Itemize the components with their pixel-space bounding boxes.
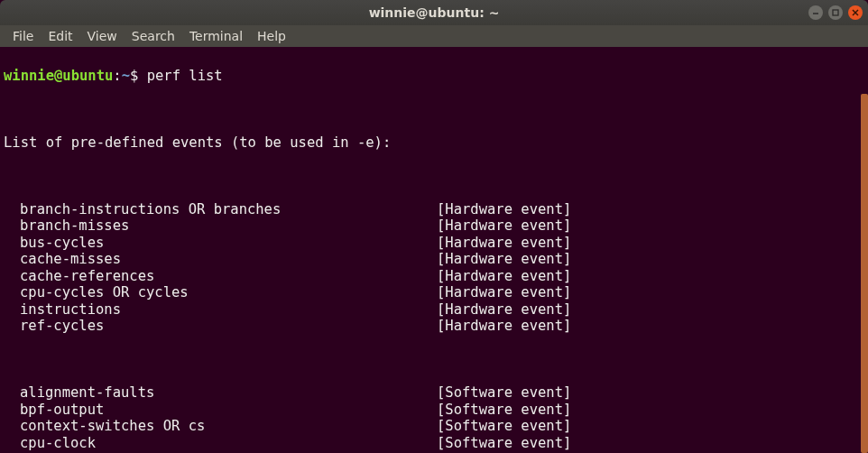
event-row: instructions[Hardware event] bbox=[4, 301, 864, 319]
event-name: cpu-clock bbox=[4, 435, 437, 452]
event-row: ref-cycles[Hardware event] bbox=[4, 318, 864, 335]
event-row: cache-misses[Hardware event] bbox=[4, 251, 864, 268]
svg-rect-1 bbox=[833, 10, 838, 15]
event-row: cpu-cycles OR cycles[Hardware event] bbox=[4, 284, 864, 301]
event-name: branch-instructions OR branches bbox=[4, 201, 437, 218]
event-name: instructions bbox=[4, 301, 437, 319]
menu-help[interactable]: Help bbox=[250, 27, 293, 45]
event-type: [Hardware event] bbox=[437, 217, 571, 234]
event-name: cache-misses bbox=[4, 251, 437, 268]
titlebar: winnie@ubuntu: ~ bbox=[0, 0, 868, 25]
event-name: cache-references bbox=[4, 268, 437, 285]
menubar: File Edit View Search Terminal Help bbox=[0, 25, 868, 47]
terminal-output[interactable]: winnie@ubuntu:~$ perf list List of pre-d… bbox=[0, 47, 868, 453]
maximize-icon[interactable] bbox=[828, 5, 843, 20]
menu-file[interactable]: File bbox=[5, 27, 41, 45]
prompt-path: ~ bbox=[122, 68, 130, 84]
event-type: [Software event] bbox=[437, 418, 571, 434]
event-row: cache-references[Hardware event] bbox=[4, 268, 864, 285]
event-type: [Software event] bbox=[437, 384, 571, 401]
event-type: [Hardware event] bbox=[437, 301, 571, 318]
event-row: cpu-clock[Software event] bbox=[4, 435, 864, 452]
menu-terminal[interactable]: Terminal bbox=[182, 27, 250, 45]
close-icon[interactable] bbox=[848, 5, 863, 20]
list-heading: List of pre-defined events (to be used i… bbox=[4, 134, 864, 152]
scrollbar[interactable] bbox=[861, 94, 868, 453]
software-events: alignment-faults[Software event]bpf-outp… bbox=[4, 384, 864, 453]
event-type: [Hardware event] bbox=[437, 284, 571, 300]
event-type: [Hardware event] bbox=[437, 235, 571, 251]
event-name: context-switches OR cs bbox=[4, 418, 437, 435]
hardware-events: branch-instructions OR branches[Hardware… bbox=[4, 201, 864, 335]
minimize-icon[interactable] bbox=[808, 5, 823, 20]
blank-line bbox=[4, 168, 864, 185]
event-type: [Hardware event] bbox=[437, 318, 571, 334]
event-name: bus-cycles bbox=[4, 235, 437, 252]
prompt-colon: : bbox=[113, 68, 121, 84]
event-name: bpf-output bbox=[4, 402, 437, 419]
event-type: [Hardware event] bbox=[437, 268, 571, 284]
event-row: alignment-faults[Software event] bbox=[4, 384, 864, 402]
command: perf list bbox=[147, 68, 223, 84]
event-row: bus-cycles[Hardware event] bbox=[4, 235, 864, 252]
event-row: context-switches OR cs[Software event] bbox=[4, 418, 864, 435]
event-type: [Software event] bbox=[437, 435, 571, 451]
blank-line bbox=[4, 351, 864, 368]
event-row: branch-misses[Hardware event] bbox=[4, 217, 864, 235]
event-row: bpf-output[Software event] bbox=[4, 402, 864, 419]
event-type: [Hardware event] bbox=[437, 201, 571, 217]
event-name: branch-misses bbox=[4, 217, 437, 235]
prompt-dollar: $ bbox=[130, 68, 147, 84]
window-title: winnie@ubuntu: ~ bbox=[369, 5, 500, 20]
event-type: [Software event] bbox=[437, 402, 571, 418]
menu-view[interactable]: View bbox=[80, 27, 125, 45]
event-row: branch-instructions OR branches[Hardware… bbox=[4, 201, 864, 218]
prompt-userhost: winnie@ubuntu bbox=[4, 68, 113, 84]
event-name: cpu-cycles OR cycles bbox=[4, 284, 437, 301]
event-name: alignment-faults bbox=[4, 384, 437, 402]
menu-edit[interactable]: Edit bbox=[41, 27, 79, 45]
event-type: [Hardware event] bbox=[437, 251, 571, 267]
prompt-line: winnie@ubuntu:~$ perf list bbox=[4, 68, 864, 85]
window-controls bbox=[808, 5, 863, 20]
event-name: ref-cycles bbox=[4, 318, 437, 335]
menu-search[interactable]: Search bbox=[125, 27, 182, 45]
blank-line bbox=[4, 101, 864, 118]
